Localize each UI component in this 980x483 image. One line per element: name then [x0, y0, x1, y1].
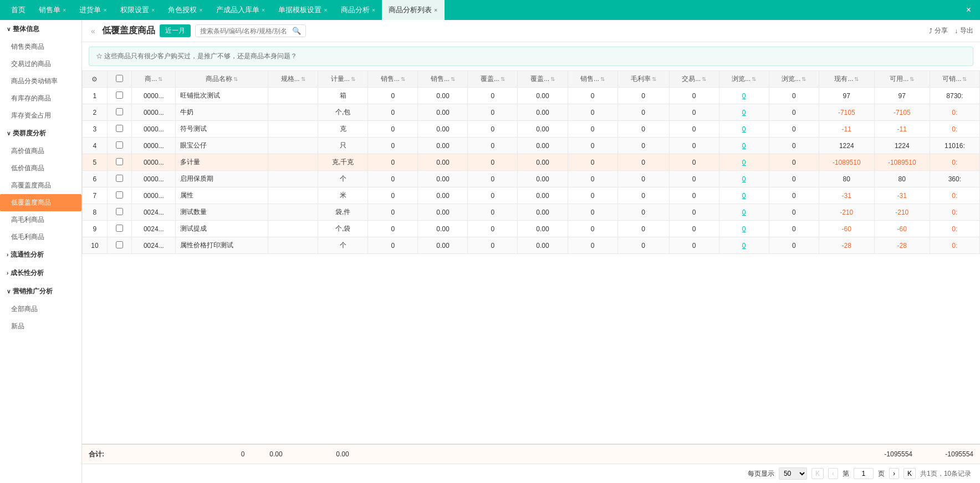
row-browse1[interactable]: 0	[719, 88, 769, 104]
col-code[interactable]: 商...⇅	[132, 71, 176, 88]
nav-product-analysis-list-close[interactable]: ×	[434, 7, 437, 13]
row-code: 0000...	[132, 138, 176, 154]
sidebar-item-all-goods[interactable]: 全部商品	[0, 301, 81, 318]
last-page-button[interactable]: K	[904, 468, 916, 479]
row-browse1[interactable]: 0	[719, 154, 769, 171]
sidebar-item-inventory-goods[interactable]: 有库存的商品	[0, 90, 81, 107]
nav-roles[interactable]: 角色授权 ×	[161, 0, 209, 20]
col-available[interactable]: 可用...⇅	[874, 71, 930, 88]
nav-home[interactable]: 首页	[4, 0, 32, 20]
row-unit: 个,袋	[318, 221, 368, 237]
row-browse1[interactable]: 0	[719, 121, 769, 138]
row-checkbox[interactable]	[107, 171, 131, 187]
col-sales-qty[interactable]: 销售...⇅	[368, 71, 418, 88]
nav-template-close[interactable]: ×	[324, 7, 327, 13]
col-sellable[interactable]: 可销...⇅	[930, 71, 979, 88]
col-spec[interactable]: 规格...⇅	[268, 71, 318, 88]
nav-finished-goods-close[interactable]: ×	[262, 7, 265, 13]
col-browse2[interactable]: 浏览...⇅	[769, 71, 819, 88]
row-checkbox[interactable]	[107, 204, 131, 221]
table-row: 6 0000... 启用保质期 个 0 0.00 0 0.00 0 0 0 0 …	[83, 171, 980, 187]
col-browse1[interactable]: 浏览...⇅	[719, 71, 769, 88]
col-sales-amt[interactable]: 销售...⇅	[418, 71, 468, 88]
row-checkbox[interactable]	[107, 187, 131, 204]
row-browse1[interactable]: 0	[719, 204, 769, 221]
share-button[interactable]: ⤴ 分享	[929, 26, 948, 35]
sidebar-item-high-value[interactable]: 高价值商品	[0, 143, 81, 160]
nav-product-analysis[interactable]: 商品分析 ×	[334, 0, 382, 20]
col-settings[interactable]: ⚙	[83, 71, 108, 88]
nav-sales-close[interactable]: ×	[63, 7, 66, 13]
select-all-checkbox[interactable]	[116, 75, 123, 82]
nav-product-analysis-list[interactable]: 商品分析列表 ×	[382, 0, 444, 20]
row-browse1[interactable]: 0	[719, 138, 769, 154]
nav-purchase-close[interactable]: ×	[103, 7, 106, 13]
col-name[interactable]: 商品名称⇅	[176, 71, 268, 88]
sidebar-item-high-profit[interactable]: 高毛利商品	[0, 211, 81, 228]
col-coverage1[interactable]: 覆盖...⇅	[468, 71, 518, 88]
nav-product-analysis-close[interactable]: ×	[372, 7, 375, 13]
row-browse1[interactable]: 0	[719, 171, 769, 187]
row-browse1[interactable]: 0	[719, 221, 769, 237]
search-box: 🔍	[195, 24, 306, 37]
row-sales3: 0	[568, 154, 617, 171]
row-code: 0000...	[132, 121, 176, 138]
sidebar-item-high-coverage[interactable]: 高覆盖度商品	[0, 177, 81, 194]
page-number-input[interactable]	[854, 468, 874, 479]
sidebar-item-category-rate[interactable]: 商品分类动销率	[0, 73, 81, 90]
sidebar-item-inventory-capital[interactable]: 库存资金占用	[0, 107, 81, 124]
sidebar-item-low-coverage[interactable]: 低覆盖度商品	[0, 194, 81, 211]
first-page-button[interactable]: K	[811, 468, 824, 479]
prev-page-button[interactable]: ‹	[828, 468, 838, 479]
time-filter-button[interactable]: 近一月	[160, 24, 191, 37]
nav-permissions[interactable]: 权限设置 ×	[114, 0, 161, 20]
row-trans: 0	[669, 104, 719, 121]
sidebar-item-traded-goods[interactable]: 交易过的商品	[0, 55, 81, 73]
row-sales-qty: 0	[368, 88, 418, 104]
row-checkbox[interactable]	[107, 104, 131, 121]
search-icon[interactable]: 🔍	[292, 27, 301, 35]
content-area: « 低覆盖度商品 近一月 🔍 ⤴ 分享 ↓ 导出 ☆ 这些商品只有很少客户购买过…	[82, 20, 980, 483]
row-checkbox[interactable]	[107, 237, 131, 254]
nav-sales[interactable]: 销售单 ×	[32, 0, 73, 20]
nav-roles-close[interactable]: ×	[199, 7, 202, 13]
nav-template-settings[interactable]: 单据模板设置 ×	[272, 0, 334, 20]
sidebar-item-low-profit[interactable]: 低毛利商品	[0, 228, 81, 246]
sidebar-section-growth[interactable]: › 成长性分析	[0, 264, 81, 282]
col-unit[interactable]: 计量...⇅	[318, 71, 368, 88]
sidebar-item-low-value[interactable]: 低价值商品	[0, 160, 81, 177]
next-page-button[interactable]: ›	[889, 468, 899, 479]
row-cov2: 0.00	[518, 237, 568, 254]
row-browse1[interactable]: 0	[719, 187, 769, 204]
close-all-tabs[interactable]: ×	[962, 5, 976, 15]
row-sales-amt: 0.00	[418, 104, 468, 121]
sidebar-section-overall[interactable]: ∨ 整体信息	[0, 20, 81, 38]
page-size-label: 每页显示	[748, 469, 774, 479]
sidebar-section-marketing[interactable]: ∨ 营销推广分析	[0, 282, 81, 301]
col-transaction[interactable]: 交易...⇅	[669, 71, 719, 88]
col-gross-rate[interactable]: 毛利率⇅	[617, 71, 669, 88]
row-browse1[interactable]: 0	[719, 237, 769, 254]
row-sales-amt: 0.00	[418, 237, 468, 254]
sidebar-item-sales-goods[interactable]: 销售类商品	[0, 38, 81, 55]
export-button[interactable]: ↓ 导出	[955, 26, 973, 35]
sidebar-item-new-goods[interactable]: 新品	[0, 318, 81, 335]
nav-finished-goods[interactable]: 产成品入库单 ×	[210, 0, 272, 20]
col-current[interactable]: 现有...⇅	[819, 71, 874, 88]
row-checkbox[interactable]	[107, 121, 131, 138]
row-sellable: 0:	[930, 187, 979, 204]
row-checkbox[interactable]	[107, 88, 131, 104]
row-checkbox[interactable]	[107, 221, 131, 237]
page-size-select[interactable]: 50 10 20 100	[779, 467, 807, 480]
nav-permissions-close[interactable]: ×	[151, 7, 155, 13]
col-sales3[interactable]: 销售...⇅	[568, 71, 617, 88]
col-coverage2[interactable]: 覆盖...⇅	[518, 71, 568, 88]
sidebar-section-coverage[interactable]: ∨ 类群度分析	[0, 124, 81, 143]
row-checkbox[interactable]	[107, 138, 131, 154]
collapse-sidebar-button[interactable]: «	[89, 26, 98, 37]
search-input[interactable]	[200, 27, 292, 35]
nav-purchase[interactable]: 进货单 ×	[73, 0, 113, 20]
row-checkbox[interactable]	[107, 154, 131, 171]
sidebar-section-flow[interactable]: › 流通性分析	[0, 246, 81, 264]
row-browse1[interactable]: 0	[719, 104, 769, 121]
